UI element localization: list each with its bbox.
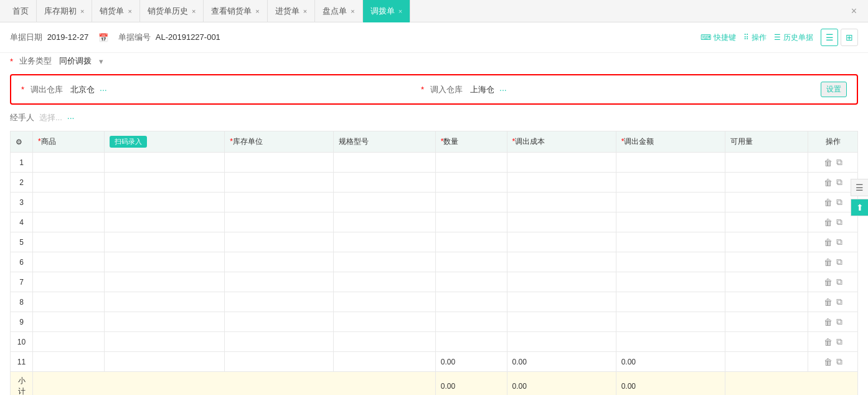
row-num-3: 3 [11,193,33,212]
view-toggle: ☰ ⊞ [821,29,858,46]
cell-qty-2[interactable] [435,173,507,193]
row-num-2: 2 [11,173,33,193]
cell-qty-8[interactable] [435,292,507,312]
copy-icon-7[interactable]: ⧉ [836,277,842,287]
cell-product-10[interactable] [33,332,105,352]
cell-product-3[interactable] [33,193,105,212]
tab-transfer[interactable]: 调拨单 × [363,0,410,22]
copy-icon-1[interactable]: ⧉ [836,157,842,168]
copy-icon-6[interactable]: ⧉ [836,257,842,267]
handler-row: 经手人 选择... ··· [0,112,868,131]
cell-cost-3 [507,193,616,212]
cell-amount-5 [616,232,725,252]
cell-action-9: 🗑 ⧉ [808,312,858,332]
copy-icon-11[interactable]: ⧉ [836,356,842,367]
shortcuts-button[interactable]: ⌨ 快捷键 [701,32,736,43]
copy-icon-9[interactable]: ⧉ [836,316,842,327]
cell-product-1[interactable] [33,153,105,173]
tab-sales-history[interactable]: 销货单历史 × [140,0,204,22]
cell-product-7[interactable] [33,272,105,292]
close-tab-inventory-check[interactable]: × [351,7,354,15]
row-num-5: 5 [11,232,33,252]
close-tab-inventory-init[interactable]: × [80,7,84,15]
delete-icon-2[interactable]: 🗑 [824,178,833,188]
cell-spec-5 [334,232,435,252]
header-doc-info: 单据日期 2019-12-27 📅 单据编号 AL-20191227-001 [10,32,220,43]
delete-icon-1[interactable]: 🗑 [824,158,833,168]
cell-amount-7 [616,272,725,292]
cell-cost-6 [507,252,616,272]
cell-qty-1[interactable] [435,153,507,173]
cell-product-4[interactable] [33,212,105,232]
grid-view-button[interactable]: ⊞ [841,29,858,46]
calendar-icon[interactable]: 📅 [98,33,108,42]
cell-qty-9[interactable] [435,312,507,332]
tab-purchase-order[interactable]: 进货单 × [268,0,315,22]
tab-view-sales[interactable]: 查看销货单 × [204,0,267,22]
cell-action-6: 🗑 ⧉ [808,252,858,272]
close-tab-purchase-order[interactable]: × [303,7,307,15]
list-view-button[interactable]: ☰ [821,29,838,46]
cell-scan-7 [104,272,225,292]
copy-icon-3[interactable]: ⧉ [836,197,842,207]
items-table: ⚙ *商品 扫码录入 *库存单位 规格型号 *数量 *调出成本 *调出金额 可用… [10,131,858,395]
cell-qty-3[interactable] [435,193,507,212]
delete-icon-9[interactable]: 🗑 [824,317,833,327]
delete-icon-3[interactable]: 🗑 [824,198,833,207]
side-export-btn[interactable]: ⬆ [851,199,868,216]
cell-unit-6 [225,252,334,272]
cell-spec-3 [334,193,435,212]
operations-button[interactable]: ⠿ 操作 [743,32,767,43]
side-list-btn[interactable]: ☰ [851,179,868,196]
tab-home[interactable]: 首页 [5,0,37,22]
transfer-out-more[interactable]: ··· [100,85,107,95]
copy-icon-10[interactable]: ⧉ [836,336,842,347]
delete-icon-4[interactable]: 🗑 [824,217,833,227]
delete-icon-5[interactable]: 🗑 [824,237,833,247]
cell-qty-5[interactable] [435,232,507,252]
scan-button[interactable]: 扫码录入 [110,136,147,148]
delete-icon-10[interactable]: 🗑 [824,337,833,347]
delete-icon-6[interactable]: 🗑 [824,257,833,267]
cell-amount-1 [616,153,725,173]
cell-product-8[interactable] [33,292,105,312]
settings-button[interactable]: 设置 [821,82,847,97]
cell-qty-6[interactable] [435,252,507,272]
close-tab-sales-history[interactable]: × [192,7,196,15]
cell-amount-9 [616,312,725,332]
handler-more[interactable]: ··· [67,113,75,123]
cell-cost-2 [507,173,616,193]
business-type-dropdown[interactable]: ▾ [99,57,103,66]
delete-icon-7[interactable]: 🗑 [824,277,833,287]
th-transfer-amount: *调出金额 [616,131,725,153]
cell-qty-10[interactable] [435,332,507,352]
tab-inventory-check[interactable]: 盘点单 × [315,0,362,22]
cell-action-8: 🗑 ⧉ [808,292,858,312]
th-gear[interactable]: ⚙ [11,131,33,153]
tab-sales-order[interactable]: 销货单 × [92,0,139,22]
cell-scan-6 [104,252,225,272]
cell-qty-7[interactable] [435,272,507,292]
cell-product-9[interactable] [33,312,105,332]
th-scan: 扫码录入 [104,131,225,153]
copy-icon-2[interactable]: ⧉ [836,177,842,188]
close-tab-transfer[interactable]: × [399,7,402,15]
cell-cost-1 [507,153,616,173]
close-all-tabs[interactable]: × [845,6,863,17]
subtotal-spec [334,352,435,372]
copy-icon-8[interactable]: ⧉ [836,297,842,307]
copy-icon-4[interactable]: ⧉ [836,217,842,227]
history-button[interactable]: ☰ 历史单据 [774,32,813,43]
close-tab-view-sales[interactable]: × [255,7,259,15]
cell-product-2[interactable] [33,173,105,193]
copy-icon-5[interactable]: ⧉ [836,237,842,247]
close-tab-sales-order[interactable]: × [128,7,131,15]
subtotal-product [33,352,105,372]
transfer-in-more[interactable]: ··· [499,85,507,95]
delete-icon-8[interactable]: 🗑 [824,297,833,307]
tab-inventory-init[interactable]: 库存期初 × [37,0,92,22]
cell-qty-4[interactable] [435,212,507,232]
cell-product-5[interactable] [33,232,105,252]
delete-icon-11[interactable]: 🗑 [824,357,833,367]
cell-product-6[interactable] [33,252,105,272]
